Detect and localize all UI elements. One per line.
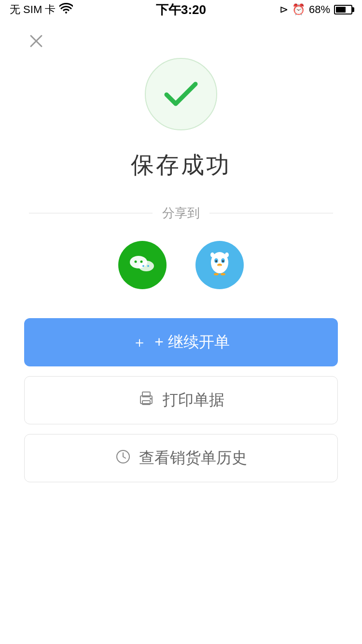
qq-icon [206, 250, 234, 280]
location-icon: ⊳ [279, 3, 288, 16]
svg-point-18 [225, 252, 229, 257]
view-history-button[interactable]: 查看销货单历史 [24, 434, 338, 482]
svg-point-11 [215, 260, 217, 262]
share-divider-row: 分享到 [0, 205, 362, 222]
success-icon-circle [145, 58, 217, 130]
status-left: 无 SIM 卡 [10, 2, 73, 17]
print-button[interactable]: 打印单据 [24, 376, 338, 424]
share-icons-row [118, 241, 244, 289]
no-sim-label: 无 SIM 卡 [10, 2, 56, 17]
wechat-share-button[interactable] [118, 241, 167, 289]
history-icon [115, 448, 131, 468]
print-label: 打印单据 [163, 390, 224, 411]
plus-icon: ＋ [132, 333, 147, 352]
continue-order-button[interactable]: ＋ + 继续开单 [24, 318, 338, 366]
svg-point-15 [214, 273, 219, 276]
svg-point-4 [135, 261, 137, 263]
wechat-icon [128, 252, 157, 278]
divider-left [29, 213, 153, 213]
svg-point-16 [221, 273, 225, 276]
close-button[interactable] [24, 29, 48, 53]
status-bar: 无 SIM 卡 下午3:20 ⊳ ⏰ 68% [0, 0, 362, 19]
status-right: ⊳ ⏰ 68% [279, 3, 352, 16]
battery-icon [334, 5, 352, 14]
actions-section: ＋ + 继续开单 打印单据 查看销货单历 [0, 318, 362, 482]
wifi-icon [59, 3, 73, 16]
checkmark-icon [164, 81, 198, 108]
continue-order-label: + 继续开单 [154, 332, 230, 353]
svg-point-7 [147, 265, 149, 267]
status-time: 下午3:20 [156, 1, 206, 18]
svg-point-12 [222, 260, 224, 262]
main-content: 保存成功 分享到 [0, 19, 362, 482]
svg-point-17 [210, 252, 214, 257]
qq-share-button[interactable] [195, 241, 244, 289]
svg-point-5 [140, 261, 143, 263]
history-label: 查看销货单历史 [139, 448, 247, 469]
share-section: 分享到 [0, 205, 362, 289]
svg-point-14 [214, 266, 225, 273]
printer-icon [138, 390, 155, 411]
alarm-icon: ⏰ [292, 3, 305, 16]
svg-point-6 [142, 265, 144, 267]
battery-percentage: 68% [309, 3, 330, 16]
success-title: 保存成功 [131, 150, 231, 181]
share-label: 分享到 [153, 205, 209, 222]
svg-point-22 [150, 398, 152, 400]
divider-right [209, 213, 333, 213]
